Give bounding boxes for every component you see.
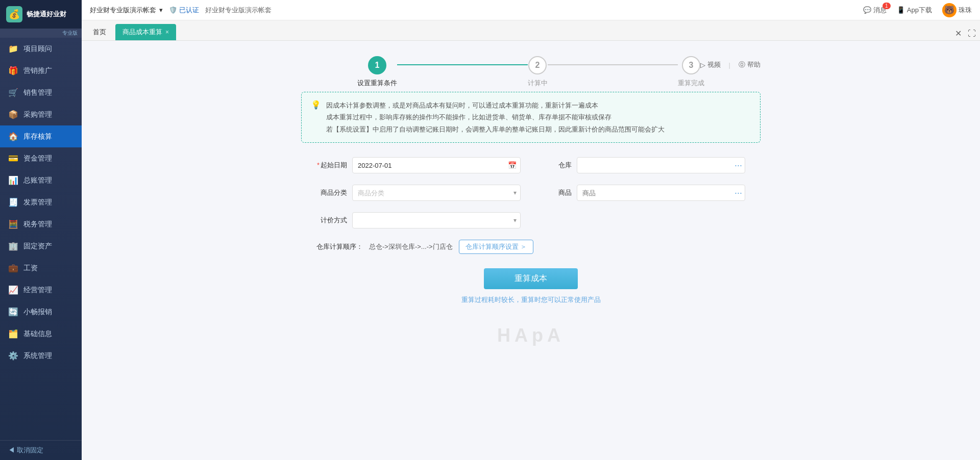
help-icon: ⓪ [739, 60, 745, 69]
calc-order-row: 仓库计算顺序： 总仓->深圳仓库->...->门店仓 仓库计算顺序设置 ＞ [316, 240, 745, 254]
sidebar-item-inventory[interactable]: 🏠库存核算 [0, 125, 82, 147]
light-icon: 💡 [311, 100, 321, 135]
step-1-label: 设置重算条件 [357, 79, 397, 88]
sidebar-item-finance[interactable]: 💳资金管理 [0, 147, 82, 169]
inventory-label: 库存核算 [23, 132, 52, 141]
message-badge: 1 [883, 3, 891, 9]
category-select[interactable]: 商品分类 [352, 185, 521, 201]
warehouse-field: 仓库 ··· [541, 157, 745, 173]
help-label: 帮助 [747, 60, 761, 69]
accounting-label: 总账管理 [23, 176, 52, 185]
step-2-label: 计算中 [528, 79, 548, 88]
pricing-field: 计价方式 ▾ [316, 212, 521, 228]
user-avatar-button[interactable]: 🐻 珠珠 [942, 3, 972, 17]
sales-icon: 🛒 [8, 88, 18, 97]
info-line-3: 若【系统设置】中启用了自动调整记账日期时，会调整入库单的整单记账日期，因此重新计… [326, 123, 665, 135]
pricing-label: 计价方式 [316, 216, 347, 225]
phone-icon: 📱 [897, 6, 905, 14]
sidebar: 💰 畅捷通好业财 专业版 📁项目顾问🎁营销推广🛒销售管理📦采购管理🏠库存核算💳资… [0, 0, 82, 460]
step-2: 2 计算中 [528, 56, 548, 88]
sidebar-item-assets[interactable]: 🏢固定资产 [0, 235, 82, 257]
message-icon: 💬 [863, 6, 871, 14]
tab-home-label: 首页 [93, 28, 106, 37]
start-date-input-wrapper[interactable]: 📅 [352, 157, 521, 173]
operations-label: 经营管理 [23, 286, 52, 295]
connector-line-2 [548, 64, 678, 65]
sidebar-item-salary[interactable]: 💼工资 [0, 257, 82, 279]
purchase-icon: 📦 [8, 110, 18, 119]
operations-icon: 📈 [8, 285, 18, 295]
sidebar-item-sales[interactable]: 🛒销售管理 [0, 82, 82, 104]
salary-icon: 💼 [8, 263, 18, 273]
sidebar-item-project[interactable]: 📁项目顾问 [0, 38, 82, 60]
goods-label: 商品 [541, 188, 572, 197]
watermark: HApA [497, 325, 565, 346]
sidebar-item-expense[interactable]: 🔄小畅报销 [0, 301, 82, 323]
sidebar-item-invoice[interactable]: 🧾发票管理 [0, 191, 82, 213]
close-window-icon[interactable]: ✕ [955, 29, 962, 38]
accounting-icon: 📊 [8, 175, 18, 185]
form-row-3: 计价方式 ▾ [316, 212, 745, 228]
sidebar-item-tax[interactable]: 🧮税务管理 [0, 213, 82, 235]
calc-order-settings-button[interactable]: 仓库计算顺序设置 ＞ [459, 240, 534, 254]
content-area: 1 设置重算条件 2 计算中 3 重算完 [82, 41, 980, 460]
step-links: ▷ 视频 | ⓪ 帮助 [700, 60, 761, 69]
unpin-button[interactable]: ◀ 取消固定 [0, 440, 82, 460]
connector-line-1 [397, 64, 528, 65]
topbar-right: 💬 消息 1 📱 App下载 🐻 珠珠 [863, 3, 972, 17]
system-icon: ⚙️ [8, 351, 18, 361]
sidebar-item-system[interactable]: ⚙️系统管理 [0, 345, 82, 367]
finance-icon: 💳 [8, 154, 18, 163]
sidebar-nav: 📁项目顾问🎁营销推广🛒销售管理📦采购管理🏠库存核算💳资金管理📊总账管理🧾发票管理… [0, 38, 82, 440]
warehouse-input-wrapper[interactable]: ··· [577, 157, 745, 173]
sidebar-item-operations[interactable]: 📈经营管理 [0, 279, 82, 301]
tab-home[interactable]: 首页 [86, 24, 113, 40]
verified-badge: 🛡️ 已认证 [169, 6, 199, 15]
info-line-2: 成本重算过程中，影响库存账的操作均不能操作，比如进货单、销货单、库存单据不能审核… [326, 111, 665, 123]
video-link[interactable]: ▷ 视频 [700, 60, 721, 69]
sidebar-item-accounting[interactable]: 📊总账管理 [0, 169, 82, 191]
goods-more-icon[interactable]: ··· [734, 188, 742, 198]
company-select-label: 好业财专业版演示帐套 [90, 6, 156, 15]
step-3-label: 重算完成 [678, 79, 704, 88]
divider: | [729, 61, 730, 69]
message-button[interactable]: 💬 消息 1 [863, 6, 887, 15]
recalc-hint: 重算过程耗时较长，重算时您可以正常使用产品 [461, 295, 601, 304]
recalc-section: 重算成本 重算过程耗时较长，重算时您可以正常使用产品 [316, 268, 745, 304]
app-download-button[interactable]: 📱 App下载 [897, 6, 932, 15]
step-1: 1 设置重算条件 [357, 56, 397, 88]
expand-icon[interactable]: ⛶ [968, 29, 976, 38]
category-label: 商品分类 [316, 188, 347, 197]
sidebar-item-marketing[interactable]: 🎁营销推广 [0, 60, 82, 82]
close-tab-icon[interactable]: × [165, 29, 169, 36]
unpin-label: ◀ 取消固定 [8, 446, 43, 455]
company-name: 好业财专业版演示帐套 [205, 6, 272, 15]
basic-label: 基础信息 [23, 329, 52, 339]
goods-input[interactable] [577, 185, 745, 201]
sidebar-item-basic[interactable]: 🗂️基础信息 [0, 323, 82, 345]
recalc-button[interactable]: 重算成本 [484, 268, 578, 289]
warehouse-more-icon[interactable]: ··· [734, 160, 742, 171]
sidebar-item-purchase[interactable]: 📦采购管理 [0, 104, 82, 125]
start-date-input[interactable] [352, 157, 521, 173]
form-row-2: 商品分类 商品分类 ▾ 商品 ··· [316, 185, 745, 201]
tab-active[interactable]: 商品成本重算 × [115, 24, 176, 40]
user-name: 珠珠 [959, 6, 972, 15]
main-area: 好业财专业版演示帐套 ▾ 🛡️ 已认证 好业财专业版演示帐套 💬 消息 1 📱 … [82, 0, 980, 460]
pricing-select-wrapper[interactable]: ▾ [352, 212, 521, 228]
warehouse-input[interactable] [577, 157, 745, 173]
calendar-icon[interactable]: 📅 [508, 161, 517, 169]
start-date-field: *起始日期 📅 [316, 157, 521, 173]
help-link[interactable]: ⓪ 帮助 [739, 60, 761, 69]
tax-label: 税务管理 [23, 220, 52, 229]
pricing-select[interactable] [352, 212, 521, 228]
step-2-circle: 2 [528, 56, 547, 74]
avatar: 🐻 [942, 3, 957, 17]
sales-label: 销售管理 [23, 88, 52, 97]
marketing-label: 营销推广 [23, 66, 52, 75]
company-select[interactable]: 好业财专业版演示帐套 ▾ [90, 6, 163, 15]
goods-input-wrapper[interactable]: ··· [577, 185, 745, 201]
assets-label: 固定资产 [23, 242, 52, 251]
assets-icon: 🏢 [8, 241, 18, 251]
category-select-wrapper[interactable]: 商品分类 ▾ [352, 185, 521, 201]
